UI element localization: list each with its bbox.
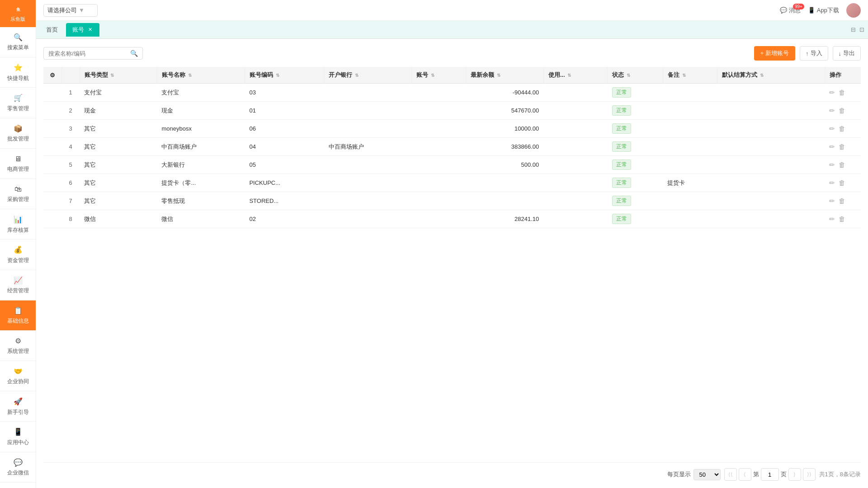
sidebar-item-capital-mgmt[interactable]: 💰 资金管理: [0, 239, 36, 270]
tab-bar: 首页 账号 ✕ ⊟ ⊡: [36, 21, 868, 39]
sidebar-item-purchase-mgmt[interactable]: 🛍 采购管理: [0, 179, 36, 209]
th-usage[interactable]: 使用... ⇅: [543, 67, 607, 84]
sidebar-item-new-guide[interactable]: 🚀 新手引导: [0, 391, 36, 422]
cell-latest-balance: 28241.10: [466, 210, 543, 228]
cell-num: 6: [61, 174, 80, 192]
tab-home[interactable]: 首页: [40, 23, 64, 37]
cell-open-bank: [324, 84, 412, 102]
cell-usage: [543, 84, 607, 102]
avatar[interactable]: [846, 3, 861, 18]
prev-page-button[interactable]: ⟨: [739, 468, 751, 481]
minimize-icon[interactable]: ⊟: [851, 26, 856, 33]
operation-icons: ✏ 🗑: [829, 89, 856, 97]
th-account-code[interactable]: 账号编码 ⇅: [245, 67, 324, 84]
cell-num: 7: [61, 192, 80, 210]
edit-icon[interactable]: ✏: [829, 89, 835, 97]
edit-icon[interactable]: ✏: [829, 197, 835, 205]
delete-icon[interactable]: 🗑: [839, 197, 845, 205]
tab-home-label: 首页: [46, 26, 58, 34]
tab-accounts[interactable]: 账号 ✕: [66, 23, 99, 37]
cell-usage: [543, 210, 607, 228]
th-latest-balance[interactable]: 最新余额 ⇅: [466, 67, 543, 84]
sidebar-item-ops-mgmt[interactable]: 📈 经营管理: [0, 270, 36, 300]
sidebar-item-wholesale-mgmt[interactable]: 📦 批发管理: [0, 118, 36, 149]
th-gear[interactable]: ⚙: [43, 67, 61, 84]
app-download-button[interactable]: 📱 App下载: [808, 6, 839, 14]
company-select[interactable]: 请选择公司 ▼: [43, 4, 98, 17]
sidebar-item-app-center[interactable]: 📱 应用中心: [0, 422, 36, 452]
delete-icon[interactable]: 🗑: [839, 125, 845, 132]
retail-mgmt-icon: 🛒: [14, 93, 23, 103]
add-account-button[interactable]: + 新增账号: [754, 46, 795, 61]
sort-icon: ⇅: [682, 73, 686, 78]
page-number-input[interactable]: [761, 468, 779, 481]
sidebar-item-ecommerce-mgmt[interactable]: 🖥 电商管理: [0, 149, 36, 179]
cell-usage: [543, 102, 607, 120]
cell-remark: [663, 156, 717, 174]
edit-icon[interactable]: ✏: [829, 161, 835, 169]
import-icon: ↑: [806, 50, 809, 57]
edit-icon[interactable]: ✏: [829, 143, 835, 151]
status-badge: 正常: [612, 141, 631, 152]
delete-icon[interactable]: 🗑: [839, 107, 845, 114]
delete-icon[interactable]: 🗑: [839, 161, 845, 169]
edit-icon[interactable]: ✏: [829, 107, 835, 115]
cell-account: [412, 210, 466, 228]
th-account[interactable]: 账号 ⇅: [412, 67, 466, 84]
delete-icon[interactable]: 🗑: [839, 89, 845, 96]
edit-icon[interactable]: ✏: [829, 179, 835, 187]
accounts-table: ⚙ 账号类型 ⇅ 账号名称 ⇅ 账号编码 ⇅: [43, 67, 861, 228]
status-badge: 正常: [612, 214, 631, 224]
th-remark[interactable]: 备注 ⇅: [663, 67, 717, 84]
sidebar-item-search-menu[interactable]: 🔍 搜索菜单: [0, 27, 36, 57]
th-num: [61, 67, 80, 84]
sidebar-item-system-mgmt[interactable]: ⚙ 系统管理: [0, 331, 36, 361]
sidebar-item-vip-member[interactable]: 👑 畅会员: [0, 483, 36, 488]
message-button[interactable]: 💬 消息 99+: [780, 6, 801, 14]
delete-icon[interactable]: 🗑: [839, 179, 845, 187]
sort-icon: ⇅: [431, 73, 434, 78]
th-open-bank[interactable]: 开户银行 ⇅: [324, 67, 412, 84]
sidebar-item-inventory-calc[interactable]: 📊 库存核算: [0, 209, 36, 239]
table-row: 2 现金 现金 01 547670.00 正常 ✏ 🗑: [43, 102, 861, 120]
status-badge: 正常: [612, 105, 631, 116]
export-button[interactable]: ↓ 导出: [833, 46, 861, 61]
th-account-type[interactable]: 账号类型 ⇅: [80, 67, 157, 84]
cell-gear: [43, 102, 61, 120]
operation-icons: ✏ 🗑: [829, 161, 856, 169]
page-input-area: 第 页: [753, 468, 787, 481]
cell-latest-balance: 383866.00: [466, 138, 543, 156]
cell-default-settlement: [717, 156, 825, 174]
sidebar-item-quick-nav[interactable]: ⭐ 快捷导航: [0, 57, 36, 88]
next-page-button[interactable]: ⟩: [788, 468, 801, 481]
import-button[interactable]: ↑ 导入: [800, 46, 828, 61]
th-default-settlement[interactable]: 默认结算方式 ⇅: [717, 67, 825, 84]
toolbar: 🔍 + 新增账号 ↑ 导入 ↓ 导出: [43, 46, 861, 61]
cell-status: 正常: [608, 84, 663, 102]
new-guide-icon: 🚀: [14, 397, 23, 407]
edit-icon[interactable]: ✏: [829, 215, 835, 223]
first-page-button[interactable]: ⟨⟨: [724, 468, 737, 481]
tab-close-icon[interactable]: ✕: [87, 27, 93, 33]
operation-icons: ✏ 🗑: [829, 197, 856, 205]
sidebar-item-enterprise-wechat[interactable]: 💬 企业微信: [0, 452, 36, 483]
search-menu-icon: 🔍: [14, 33, 23, 42]
search-input[interactable]: [48, 50, 130, 57]
sidebar-item-label: 系统管理: [7, 347, 29, 355]
cell-status: 正常: [608, 192, 663, 210]
th-status[interactable]: 状态 ⇅: [608, 67, 663, 84]
maximize-icon[interactable]: ⊡: [859, 26, 864, 33]
cell-gear: [43, 192, 61, 210]
last-page-button[interactable]: ⟩⟩: [803, 468, 816, 481]
search-icon[interactable]: 🔍: [130, 50, 138, 57]
cell-remark: [663, 120, 717, 138]
sidebar-item-basic-info[interactable]: 📋 基础信息: [0, 300, 36, 331]
delete-icon[interactable]: 🗑: [839, 143, 845, 150]
sidebar-item-retail-mgmt[interactable]: 🛒 零售管理: [0, 88, 36, 118]
page-size-dropdown[interactable]: 50 10 20 100: [693, 469, 721, 480]
sidebar-item-enterprise-agreement[interactable]: 🤝 企业协同: [0, 361, 36, 391]
delete-icon[interactable]: 🗑: [839, 215, 845, 223]
page-label: 第: [753, 470, 759, 479]
th-account-name[interactable]: 账号名称 ⇅: [157, 67, 245, 84]
edit-icon[interactable]: ✏: [829, 125, 835, 133]
